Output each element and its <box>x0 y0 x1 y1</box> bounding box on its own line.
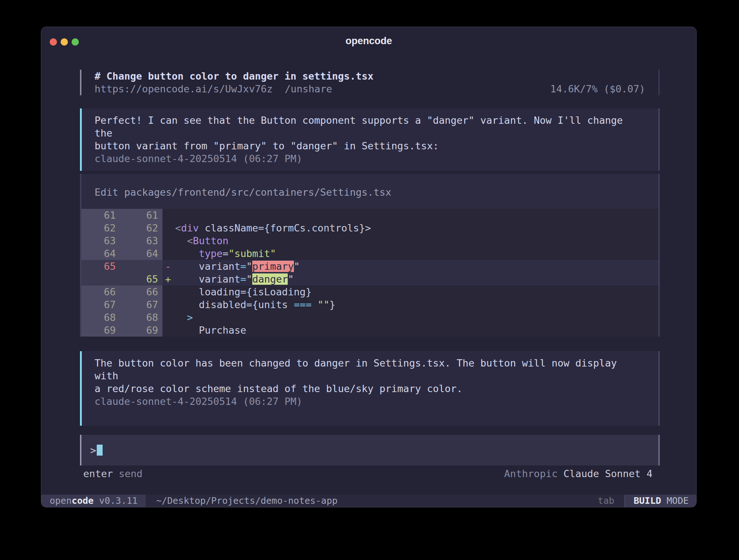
diff-row: 65+ variant="danger" <box>81 273 658 285</box>
unshare-command[interactable]: /unshare <box>285 83 332 95</box>
share-url[interactable]: https://opencode.ai/s/UwJxv76z <box>95 83 273 95</box>
diff-row: 6767 disabled={units === ""} <box>81 298 658 311</box>
assistant-message: The button color has been changed to dan… <box>80 351 660 426</box>
session-title: # Change button color to danger in setti… <box>95 70 645 83</box>
text-cursor <box>97 445 103 456</box>
hints-row: enter send AnthropicClaude Sonnet 4 <box>80 467 660 480</box>
status-bar: opencode v0.3.11 ~/Desktop/Projects/demo… <box>41 495 696 507</box>
status-bar-right: tab BUILD MODE <box>598 495 696 507</box>
message-meta: claude-sonnet-4-20250514 (06:27 PM) <box>95 152 646 165</box>
prompt-symbol: > <box>90 444 96 457</box>
tab-key-hint: tab <box>598 495 614 507</box>
context-stats: 14.6K/7% ($0.07) <box>550 83 645 95</box>
diff-view: 61616262 <div className={formCs.controls… <box>81 209 658 337</box>
enter-key-hint: enter <box>83 467 113 480</box>
model-name: Claude Sonnet 4 <box>563 468 652 479</box>
provider-name: Anthropic <box>504 468 558 479</box>
app-version: v0.3.11 <box>99 495 137 507</box>
session-meta-row: https://opencode.ai/s/UwJxv76z /unshare … <box>95 83 645 95</box>
session-header: # Change button color to danger in setti… <box>80 70 660 95</box>
working-directory: ~/Desktop/Projects/demo-notes-app <box>156 495 338 507</box>
diff-row: 6969 Purchase <box>81 324 658 337</box>
opencode-window: opencode # Change button color to danger… <box>41 27 697 507</box>
assistant-message: Perfect! I can see that the Button compo… <box>80 108 660 171</box>
message-text: The button color has been changed to dan… <box>95 357 646 395</box>
mode-value: BUILD <box>634 495 661 507</box>
send-action-hint: send <box>119 467 142 480</box>
message-meta: claude-sonnet-4-20250514 (06:27 PM) <box>95 395 646 408</box>
diff-row: 65- variant="primary" <box>81 260 658 273</box>
mode-toggle[interactable]: BUILD MODE <box>624 495 696 507</box>
diff-row: 6666 loading={isLoading} <box>81 285 658 298</box>
diff-row: 6464 type="submit" <box>81 247 658 260</box>
model-indicator: AnthropicClaude Sonnet 4 <box>504 467 652 480</box>
app-version-segment: opencode v0.3.11 <box>41 495 146 507</box>
desktop: opencode # Change button color to danger… <box>0 0 739 560</box>
titlebar[interactable]: opencode <box>41 27 696 53</box>
app-name: open <box>50 495 72 507</box>
window-title: opencode <box>41 35 696 47</box>
diff-row: 6262 <div className={formCs.controls}> <box>81 222 658 234</box>
prompt-input[interactable]: > <box>80 435 660 465</box>
diff-row: 6161 <box>81 209 658 222</box>
edit-tool-title: Edit packages/frontend/src/containers/Se… <box>81 174 658 209</box>
app-name-bold: code <box>72 495 93 507</box>
message-text: Perfect! I can see that the Button compo… <box>95 114 646 152</box>
diff-row: 6363 <Button <box>81 234 658 247</box>
edit-tool-block: Edit packages/frontend/src/containers/Se… <box>80 174 660 337</box>
diff-row: 6868 > <box>81 311 658 324</box>
mode-label: MODE <box>667 495 689 507</box>
